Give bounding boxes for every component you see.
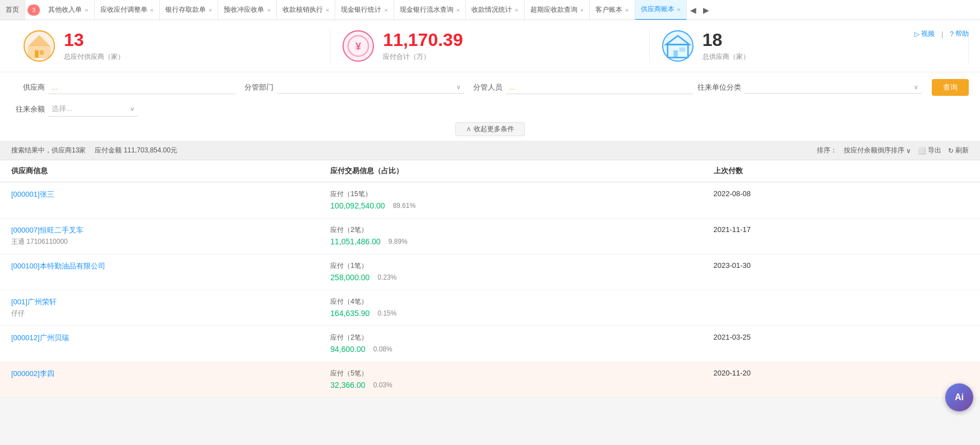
table-row: [000012]广州贝瑞 应付（2笔） 94,600.00 0.08% 2021… xyxy=(0,326,980,362)
supplier-link-3[interactable]: [000100]本特勤油品有限公司 xyxy=(11,262,105,270)
query-button[interactable]: 查询 xyxy=(932,79,969,96)
nav-close-icon[interactable]: × xyxy=(267,7,270,13)
nav-tab-count[interactable]: 3 xyxy=(27,4,40,16)
filter-supplier: 供应商 ... xyxy=(11,81,235,94)
nav-tab-other-income-label: 其他收入单 xyxy=(48,5,82,15)
nav-close-icon[interactable]: × xyxy=(456,7,460,13)
collapse-section: ∧ 收起更多条件 xyxy=(11,122,969,136)
tx-amount-1[interactable]: 100,092,540.00 xyxy=(330,201,385,210)
balance-placeholder: 选择... xyxy=(52,104,72,114)
nav-tab-cashbank-flow[interactable]: 现金银行流水查询 × xyxy=(394,0,466,20)
header-lastpay: 上次付数 xyxy=(714,166,969,176)
summary-text-total: 11,170.39 应付合计（万） xyxy=(383,30,463,62)
amount-icon: ¥ xyxy=(341,29,375,63)
result-amount: 应付金额 111,703,854.00元 xyxy=(95,146,177,155)
category-arrow-icon: ∨ xyxy=(914,84,918,91)
svg-rect-8 xyxy=(673,50,678,58)
nav-close-icon[interactable]: × xyxy=(677,6,681,13)
nav-tab-home[interactable]: 首页 xyxy=(0,0,25,20)
export-icon: ⬜ xyxy=(918,147,926,155)
help-links: ▷ 视频 | ? 帮助 xyxy=(914,29,969,39)
payable-suppliers-number: 13 xyxy=(64,30,124,50)
nav-close-icon[interactable]: × xyxy=(515,7,518,13)
ai-label: Ai xyxy=(955,392,964,398)
nav-tab-bank-label: 银行存取款单 xyxy=(165,5,206,15)
help-link[interactable]: ? 帮助 xyxy=(950,29,969,39)
collapse-button[interactable]: ∧ 收起更多条件 xyxy=(455,122,524,136)
lastpay-2: 2021-11-17 xyxy=(714,225,969,234)
nav-tab-cashbank-stat[interactable]: 现金银行统计 × xyxy=(335,0,394,20)
tx-percent-5: 0.08% xyxy=(373,345,392,353)
tx-amount-6[interactable]: 32,366.00 xyxy=(330,381,365,390)
category-filter-label: 往来单位分类 xyxy=(697,82,741,92)
nav-tab-home-label: 首页 xyxy=(6,5,19,15)
nav-tab-other-income[interactable]: 其他收入单 × xyxy=(43,0,94,20)
nav-close-icon[interactable]: × xyxy=(209,7,212,13)
sort-selector[interactable]: 按应付余额倒序排序 ∨ xyxy=(844,146,911,155)
refresh-button[interactable]: ↻ 刷新 xyxy=(948,146,969,155)
supplier-link-5[interactable]: [000012]广州贝瑞 xyxy=(11,333,69,342)
play-icon: ▷ xyxy=(914,30,919,38)
nav-close-icon[interactable]: × xyxy=(150,7,154,13)
nav-tab-receipt-stat[interactable]: 收款情况统计 × xyxy=(466,0,524,20)
balance-arrow-icon: ∨ xyxy=(130,105,135,113)
refresh-icon: ↻ xyxy=(948,147,954,155)
summary-card-payable-total: ¥ 11,170.39 应付合计（万） xyxy=(330,29,649,63)
dept-input[interactable]: ∨ xyxy=(277,81,464,94)
nav-close-icon[interactable]: × xyxy=(384,7,387,13)
tx-amount-4[interactable]: 164,635.90 xyxy=(330,309,369,318)
transaction-info-6: 应付（5笔） 32,366.00 0.03% xyxy=(330,369,713,390)
total-suppliers-number: 18 xyxy=(702,30,750,50)
tx-amount-3[interactable]: 258,000.00 xyxy=(330,273,369,282)
data-table: 供应商信息 应付交易信息（占比） 上次付数 [000001]张三 应付（15笔）… xyxy=(0,160,980,398)
header-supplier: 供应商信息 xyxy=(11,166,330,176)
svg-text:¥: ¥ xyxy=(355,41,362,52)
nav-tab-customer-book[interactable]: 客户账本 × xyxy=(590,0,635,20)
supplier-link-2[interactable]: [000007]恒旺二手叉车 xyxy=(11,226,84,234)
supplier-filter-label: 供应商 xyxy=(11,82,45,92)
nav-close-icon[interactable]: × xyxy=(580,7,584,13)
nav-tab-overdue[interactable]: 超期应收款查询 × xyxy=(525,0,590,20)
tx-amount-2[interactable]: 11,051,486.00 xyxy=(330,237,381,246)
person-input[interactable]: ... xyxy=(506,81,693,94)
tx-row-2: 11,051,486.00 9.89% xyxy=(330,237,713,246)
supplier-info-5: [000012]广州贝瑞 xyxy=(11,333,330,343)
filter-category: 往来单位分类 ∨ xyxy=(697,81,922,94)
nav-tab-bank[interactable]: 银行存取款单 × xyxy=(160,0,218,20)
lastpay-6: 2020-11-20 xyxy=(714,369,969,377)
nav-tab-prepay[interactable]: 预收冲应收单 × xyxy=(218,0,276,20)
balance-input[interactable]: 选择... ∨ xyxy=(48,101,138,117)
supplier-input[interactable]: ... xyxy=(48,81,235,94)
nav-tab-collection[interactable]: 收款核销执行 × xyxy=(277,0,335,20)
supplier-link-1[interactable]: [000001]张三 xyxy=(11,190,54,198)
tx-label-6: 应付（5笔） xyxy=(330,369,713,378)
nav-tab-customer-book-label: 客户账本 xyxy=(595,5,622,15)
supplier-link-4[interactable]: [001]广州荣轩 xyxy=(11,298,57,306)
tx-row-4: 164,635.90 0.15% xyxy=(330,309,713,318)
export-label: 导出 xyxy=(928,146,941,155)
tx-label-1: 应付（15笔） xyxy=(330,189,713,199)
nav-tab-adjustment[interactable]: 应收应付调整单 × xyxy=(95,0,160,20)
transaction-info-5: 应付（2笔） 94,600.00 0.08% xyxy=(330,333,713,354)
table-row: [000100]本特勤油品有限公司 应付（1笔） 258,000.00 0.23… xyxy=(0,254,980,290)
nav-tab-overdue-label: 超期应收款查询 xyxy=(530,5,577,15)
nav-tab-collection-label: 收款核销执行 xyxy=(283,5,323,15)
nav-tab-prepay-label: 预收冲应收单 xyxy=(224,5,264,15)
tx-label-5: 应付（2笔） xyxy=(330,333,713,342)
category-input[interactable]: ∨ xyxy=(745,81,922,94)
tx-amount-5[interactable]: 94,600.00 xyxy=(330,345,365,354)
supplier-link-6[interactable]: [000002]李四 xyxy=(11,369,54,378)
video-link[interactable]: ▷ 视频 xyxy=(914,29,935,39)
nav-close-icon[interactable]: × xyxy=(326,7,329,13)
nav-close-icon[interactable]: × xyxy=(625,7,628,13)
question-icon: ? xyxy=(950,30,954,38)
svg-marker-1 xyxy=(29,35,50,47)
tx-percent-3: 0.23% xyxy=(377,274,396,281)
sort-arrow-icon: ∨ xyxy=(906,147,911,155)
nav-right-arrow[interactable]: ▶ xyxy=(700,0,713,20)
svg-rect-9 xyxy=(679,48,685,52)
nav-close-icon[interactable]: × xyxy=(85,7,88,13)
export-button[interactable]: ⬜ 导出 xyxy=(918,146,941,155)
nav-left-arrow[interactable]: ◀ xyxy=(687,0,700,20)
nav-tab-supplier-book[interactable]: 供应商账本 × xyxy=(635,0,687,20)
